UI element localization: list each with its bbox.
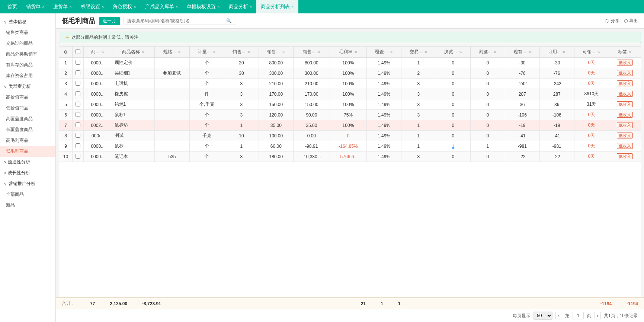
sidebar-item-high-margin[interactable]: 高毛利商品 (0, 135, 55, 146)
row-checkbox[interactable] (73, 110, 84, 120)
sort-unit-icon[interactable]: ⇅ (213, 50, 216, 54)
sidebar-group-marketing[interactable]: ∨ 营销推广分析 (0, 178, 55, 189)
sidebar-item-high-value[interactable]: 高价值商品 (0, 92, 55, 103)
close-analysis-list-icon[interactable]: × (291, 4, 294, 9)
nav-sales[interactable]: 销货单 × (22, 0, 49, 13)
share-button[interactable]: ⬡ 分享 (605, 18, 619, 24)
search-box[interactable]: 🔍 (124, 17, 235, 25)
sort-coverage-icon[interactable]: ⇅ (390, 50, 393, 54)
sidebar-group-overall[interactable]: ∨ 整体信息 (0, 16, 55, 27)
close-template-icon[interactable]: × (217, 4, 220, 9)
col-tag[interactable]: 标签 ⇅ (609, 47, 641, 58)
sort-stock-icon[interactable]: ⇅ (528, 50, 531, 54)
close-roles-icon[interactable]: × (134, 4, 136, 9)
table-row: 6 0000... 鼠标1 个 3 120.00 90.00 75% 1.49%… (59, 110, 641, 120)
sort-tag-icon[interactable]: ⇅ (629, 50, 632, 54)
sidebar-item-low-value[interactable]: 低价值商品 (0, 103, 55, 114)
close-purchase-icon[interactable]: × (69, 4, 71, 9)
nav-analysis-list[interactable]: 商品分析列表 × (256, 0, 298, 13)
col-settings[interactable]: ⚙ (59, 47, 73, 58)
sort-available-icon[interactable]: ⇅ (563, 50, 565, 54)
export-button[interactable]: ⬡ 导出 (624, 18, 638, 24)
col-sellable[interactable]: 可销... ⇅ (574, 47, 609, 58)
col-gross-rate[interactable]: 毛利率 ⇅ (330, 47, 366, 58)
nav-purchase[interactable]: 进货单 × (49, 0, 76, 13)
nav-product-analysis[interactable]: 商品分析 × (224, 0, 256, 13)
row-checkbox[interactable] (73, 99, 84, 110)
col-available[interactable]: 可用... ⇅ (539, 47, 574, 58)
row-checkbox[interactable] (73, 89, 84, 99)
col-browse1[interactable]: 浏览... ⇅ (436, 47, 470, 58)
col-browse2[interactable]: 浏览... ⇅ (470, 47, 505, 58)
col-code[interactable]: 商... ⇅ (84, 47, 112, 58)
close-product-entry-icon[interactable]: × (176, 4, 178, 9)
sort-browse1-icon[interactable]: ⇅ (459, 50, 462, 54)
sidebar-item-category-sales[interactable]: 商品分类助销率 (0, 49, 55, 60)
per-page-select[interactable]: 50 100 200 (534, 312, 552, 320)
prev-page-button[interactable]: ‹ (555, 312, 562, 319)
row-name: 铅笔1 (112, 99, 154, 110)
col-coverage[interactable]: 覆盖... ⇅ (367, 47, 401, 58)
sidebar-item-stock-capital[interactable]: 库存资金占用 (0, 70, 55, 81)
sort-sales-qty-icon[interactable]: ⇅ (247, 50, 250, 54)
row-gross-rate: -5766.6... (330, 152, 366, 162)
sort-name-icon[interactable]: ⇅ (142, 50, 145, 54)
col-trade[interactable]: 交易... ⇅ (401, 47, 436, 58)
col-sales-amount[interactable]: 销售... ⇅ (293, 47, 330, 58)
time-filter-button[interactable]: 近一月 (99, 17, 120, 25)
sort-spec-icon[interactable]: ⇅ (178, 50, 181, 54)
search-icon[interactable]: 🔍 (226, 18, 232, 23)
sidebar-item-new-goods[interactable]: 新品 (0, 200, 55, 211)
nav-home[interactable]: 首页 (3, 0, 22, 13)
sidebar-group-cluster[interactable]: ∨ 类群室分析 (0, 81, 55, 92)
nav-template-settings[interactable]: 单据模板设置 × (182, 0, 224, 13)
row-gross-rate: 75% (330, 110, 366, 120)
sort-browse2-icon[interactable]: ⇅ (494, 50, 497, 54)
row-checkbox[interactable] (73, 131, 84, 141)
col-current-stock[interactable]: 现有... ⇅ (505, 47, 539, 58)
close-permissions-icon[interactable]: × (102, 4, 104, 9)
sidebar-item-all-goods[interactable]: 全部商品 (0, 189, 55, 200)
sidebar-item-low-coverage[interactable]: 低覆盖度商品 (0, 124, 55, 135)
next-page-button[interactable]: › (594, 312, 601, 319)
sidebar-group-growth[interactable]: > 成长性分析 (0, 168, 55, 178)
search-input[interactable] (127, 18, 226, 23)
nav-roles[interactable]: 角色授权 × (108, 0, 140, 13)
col-sales-price[interactable]: 销售... ⇅ (259, 47, 293, 58)
sort-sales-price-icon[interactable]: ⇅ (282, 50, 285, 54)
nav-product-entry[interactable]: 产成品入库单 × (141, 0, 182, 13)
row-checkbox[interactable] (73, 79, 84, 89)
sidebar-item-low-margin[interactable]: 低毛利商品 (0, 146, 55, 157)
row-checkbox[interactable] (73, 68, 84, 79)
sort-sellable-icon[interactable]: ⇅ (597, 50, 600, 54)
close-analysis-icon[interactable]: × (250, 4, 252, 9)
row-checkbox[interactable] (73, 152, 84, 162)
row-checkbox[interactable] (73, 58, 84, 68)
row-checkbox[interactable] (73, 120, 84, 131)
row-available: -106 (539, 110, 574, 120)
sidebar-item-sales-goods[interactable]: 销售类商品 (0, 27, 55, 38)
sidebar-group-circulation[interactable]: > 流通性分析 (0, 157, 55, 168)
col-sales-qty[interactable]: 销售... ⇅ (224, 47, 259, 58)
row-checkbox[interactable] (73, 141, 84, 152)
col-checkbox[interactable] (73, 47, 84, 58)
row-available: -242 (539, 79, 574, 89)
col-unit[interactable]: 计量... ⇅ (189, 47, 224, 58)
row-sales-amount: 800.00 (293, 58, 330, 68)
sidebar-item-stock-goods[interactable]: 有库存的商品 (0, 60, 55, 70)
row-trade: 1 (401, 120, 436, 131)
sort-trade-icon[interactable]: ⇅ (424, 50, 427, 54)
col-spec[interactable]: 规格... ⇅ (155, 47, 190, 58)
row-code: 0000... (84, 89, 112, 99)
col-name[interactable]: 商品名称 ⇅ (112, 47, 154, 58)
row-browse1[interactable]: 1 (436, 141, 470, 152)
close-sales-icon[interactable]: × (42, 4, 44, 9)
select-all-checkbox[interactable] (76, 49, 80, 54)
row-sellable: 0天 (574, 120, 609, 131)
sidebar-item-traded-goods[interactable]: 交易过的商品 (0, 38, 55, 49)
sort-code-icon[interactable]: ⇅ (101, 50, 104, 54)
sidebar-item-high-coverage[interactable]: 高覆盖度商品 (0, 114, 55, 124)
nav-permissions[interactable]: 权限设置 × (76, 0, 108, 13)
sort-gross-icon[interactable]: ⇅ (355, 50, 358, 54)
sort-sales-amount-icon[interactable]: ⇅ (317, 50, 320, 54)
